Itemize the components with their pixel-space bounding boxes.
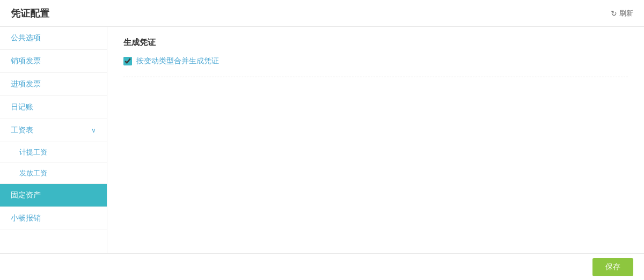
sidebar-item-journal[interactable]: 日记账 (0, 96, 107, 119)
checkbox-row: 按变动类型合并生成凭证 (123, 56, 628, 66)
main-content: 生成凭证 按变动类型合并生成凭证 (107, 27, 644, 253)
sidebar-item-label: 计提工资 (19, 148, 47, 157)
sidebar-item-label: 公共选项 (11, 33, 41, 43)
page-footer: 保存 (0, 253, 644, 280)
sidebar-item-expense-report[interactable]: 小畅报销 (0, 207, 107, 230)
sidebar-item-public-options[interactable]: 公共选项 (0, 27, 107, 50)
page-header: 凭证配置 ↻ 刷新 (0, 0, 644, 27)
sidebar-item-purchase-invoice[interactable]: 进项发票 (0, 73, 107, 96)
refresh-button[interactable]: ↻ 刷新 (611, 9, 633, 18)
sidebar-item-label: 小畅报销 (11, 213, 41, 223)
sidebar-item-label: 销项发票 (11, 56, 41, 66)
sidebar-item-payroll-calc[interactable]: 计提工资 (0, 142, 107, 163)
sidebar-item-payroll[interactable]: 工资表 ∨ (0, 119, 107, 142)
sidebar-item-payroll-pay[interactable]: 发放工资 (0, 163, 107, 184)
page-body: 公共选项 销项发票 进项发票 日记账 工资表 ∨ 计提工资 发放工资 固定资 (0, 27, 644, 253)
sidebar-item-label: 日记账 (11, 102, 33, 112)
merge-by-type-checkbox[interactable] (123, 57, 132, 65)
merge-by-type-label[interactable]: 按变动类型合并生成凭证 (136, 56, 219, 66)
section-divider (123, 77, 628, 77)
sidebar-item-fixed-assets[interactable]: 固定资产 (0, 184, 107, 207)
refresh-label: 刷新 (619, 9, 633, 18)
section-title: 生成凭证 (123, 38, 628, 48)
sidebar-item-label: 工资表 (11, 126, 33, 135)
sidebar: 公共选项 销项发票 进项发票 日记账 工资表 ∨ 计提工资 发放工资 固定资 (0, 27, 107, 253)
page-wrapper: 凭证配置 ↻ 刷新 公共选项 销项发票 进项发票 日记账 工资表 ∨ (0, 0, 644, 280)
chevron-down-icon: ∨ (91, 127, 96, 134)
page-title: 凭证配置 (11, 7, 49, 20)
refresh-icon: ↻ (611, 9, 617, 18)
sidebar-item-label: 进项发票 (11, 79, 41, 89)
sidebar-item-sales-invoice[interactable]: 销项发票 (0, 50, 107, 73)
sidebar-item-label: 发放工资 (19, 168, 47, 178)
save-button[interactable]: 保存 (592, 258, 633, 276)
sidebar-item-label: 固定资产 (11, 190, 41, 200)
